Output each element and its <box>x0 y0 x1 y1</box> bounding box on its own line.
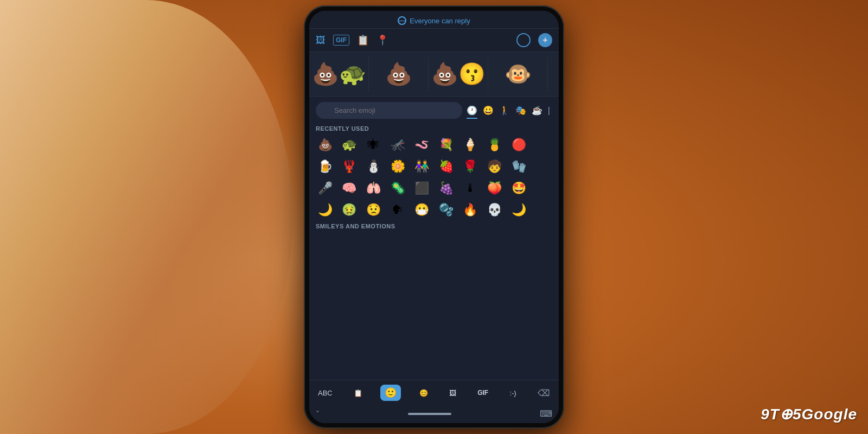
emoji-grapes[interactable]: 🍇 <box>435 178 458 198</box>
keyboard-bottom-bar: ABC 📋 🙂 😊 🖼 GIF :-) ⌫ <box>309 380 559 405</box>
emoji-mic[interactable]: 🎤 <box>314 178 337 198</box>
animated-emoji-2[interactable]: 💩 <box>369 56 429 92</box>
nav-handle <box>408 413 451 415</box>
emoji-moon2[interactable]: 🌙 <box>507 200 531 220</box>
abc-button[interactable]: ABC <box>315 387 336 399</box>
emoji-keyboard: 🔍 🕐 😀 🚶 🎭 ☕ | RECENTLY USED 💩 🐢 🕷 <box>309 97 559 380</box>
phone: Everyone can reply 🖼 GIF 📋 📍 + 💩🐢 💩 💩😗 🐵… <box>304 5 564 429</box>
list-icon[interactable]: 📋 <box>357 34 369 46</box>
circle-button[interactable] <box>516 33 531 47</box>
people-category-icon[interactable]: 🚶 <box>499 105 510 116</box>
emoji-strawberry[interactable]: 🍓 <box>435 157 458 176</box>
emoji-peach[interactable]: 🍑 <box>483 178 506 198</box>
emoji-bouquet[interactable]: 💐 <box>435 135 458 155</box>
emoji-bubbles[interactable]: 🫧 <box>435 200 458 220</box>
phone-screen: Everyone can reply 🖼 GIF 📋 📍 + 💩🐢 💩 💩😗 🐵… <box>309 11 559 423</box>
hand-overlay <box>0 0 293 434</box>
emoji-turtle[interactable]: 🐢 <box>338 135 361 155</box>
recent-emoji-row-1: 💩 🐢 🕷 🦟 🪱 💐 🍦 🍍 🔴 <box>309 134 559 156</box>
recent-emoji-row-3: 🎤 🧠 🫁 🦠 ⬛ 🍇 🌡 🍑 🤩 <box>309 177 559 199</box>
emoji-mosquito[interactable]: 🦟 <box>386 135 410 155</box>
emoji-lungs[interactable]: 🫁 <box>362 178 385 198</box>
keyboard-icon[interactable]: ⌨ <box>540 409 552 419</box>
emoji-skull[interactable]: 💀 <box>483 200 506 220</box>
emoji-crescent[interactable]: 🌙 <box>314 200 337 220</box>
emoji-thermometer[interactable]: 🌡 <box>459 178 482 198</box>
animated-emoji-4[interactable]: 🐵 <box>488 56 548 92</box>
emoji-person[interactable]: 🧒 <box>483 157 506 176</box>
emoji-red-circle[interactable]: 🔴 <box>507 135 531 155</box>
emoji-nauseated[interactable]: 🤢 <box>338 200 361 220</box>
category-icons: 🕐 😀 🚶 🎭 ☕ | <box>467 105 552 116</box>
recently-used-label: RECENTLY USED <box>309 122 559 134</box>
sticker-button[interactable]: 😊 <box>416 387 431 399</box>
emoji-worm[interactable]: 🪱 <box>410 135 433 155</box>
recent-category-icon[interactable]: 🕐 <box>467 105 477 116</box>
recent-emoji-row-4: 🌙 🤢 😟 🗣 😷 🫧 🔥 💀 🌙 <box>309 199 559 221</box>
image-icon[interactable]: 🖼 <box>316 35 326 46</box>
emoji-snowman[interactable]: ⛄ <box>362 157 385 176</box>
emoji-lobster[interactable]: 🦞 <box>338 157 361 176</box>
emoji-microbe[interactable]: 🦠 <box>386 178 410 198</box>
smileys-label: SMILEYS AND EMOTIONS <box>309 221 559 231</box>
recent-emoji-row-2: 🍺 🦞 ⛄ 🌼 👫 🍓 🌹 🧒 🧤 <box>309 156 559 177</box>
emoji-mask[interactable]: 😷 <box>410 200 433 220</box>
food-category-icon[interactable]: ☕ <box>532 105 542 116</box>
reply-indicator: Everyone can reply <box>398 16 470 25</box>
emoji-star-eyes[interactable]: 🤩 <box>507 178 531 198</box>
emoji-black-oval[interactable]: ⬛ <box>410 178 433 198</box>
compose-toolbar: 🖼 GIF 📋 📍 + <box>309 29 559 52</box>
emoji-spider[interactable]: 🕷 <box>362 135 385 155</box>
chevron-down-icon[interactable]: ˅ <box>316 410 320 418</box>
emoji-sad[interactable]: 😟 <box>362 200 385 220</box>
emoji-bust[interactable]: 🗣 <box>386 200 410 220</box>
emoji-fire[interactable]: 🔥 <box>459 200 482 220</box>
emoji-daisy[interactable]: 🌼 <box>386 157 410 176</box>
animated-emoji-5[interactable]: ❤ <box>548 56 559 92</box>
animated-emoji-3[interactable]: 💩😗 <box>429 56 488 92</box>
activity-category-icon[interactable]: 🎭 <box>515 105 526 116</box>
emoji-brain[interactable]: 🧠 <box>338 178 361 198</box>
gif-button[interactable]: GIF <box>333 35 349 46</box>
emoji-button[interactable]: 🙂 <box>380 385 401 401</box>
plus-button[interactable]: + <box>538 33 552 47</box>
image-picker-button[interactable]: 🖼 <box>446 387 459 399</box>
emoji-empty <box>531 135 554 155</box>
emoji-empty2 <box>531 157 554 176</box>
search-row: 🔍 🕐 😀 🚶 🎭 ☕ | <box>309 97 559 122</box>
emoji-pineapple[interactable]: 🍍 <box>483 135 506 155</box>
emoji-empty4 <box>531 200 554 220</box>
clipboard-button[interactable]: 📋 <box>350 387 366 399</box>
gif-keyboard-button[interactable]: GIF <box>474 387 492 399</box>
emoji-empty3 <box>531 178 554 198</box>
emoji-rose[interactable]: 🌹 <box>459 157 482 176</box>
emoji-poop[interactable]: 💩 <box>314 135 337 155</box>
emoji-icecream[interactable]: 🍦 <box>459 135 482 155</box>
emoji-beers[interactable]: 🍺 <box>314 157 337 176</box>
reply-label: Everyone can reply <box>410 17 470 25</box>
animated-emoji-1[interactable]: 💩🐢 <box>309 56 369 92</box>
location-icon[interactable]: 📍 <box>376 34 388 46</box>
kaomoji-button[interactable]: :-) <box>506 387 519 399</box>
emoji-gloves[interactable]: 🧤 <box>507 157 531 176</box>
more-category-icon[interactable]: | <box>548 106 550 116</box>
animated-emoji-strip: 💩🐢 💩 💩😗 🐵 ❤ <box>309 52 559 97</box>
watermark: 9T⊕5Google <box>761 405 857 423</box>
search-wrapper: 🔍 <box>316 102 462 119</box>
top-bar: Everyone can reply <box>309 11 559 29</box>
smiley-category-icon[interactable]: 😀 <box>483 105 494 116</box>
search-input[interactable] <box>316 102 462 119</box>
emoji-couple[interactable]: 👫 <box>410 157 433 176</box>
nav-bottom-bar: ˅ ⌨ <box>309 405 559 423</box>
globe-icon <box>398 16 406 25</box>
backspace-button[interactable]: ⌫ <box>534 386 553 400</box>
